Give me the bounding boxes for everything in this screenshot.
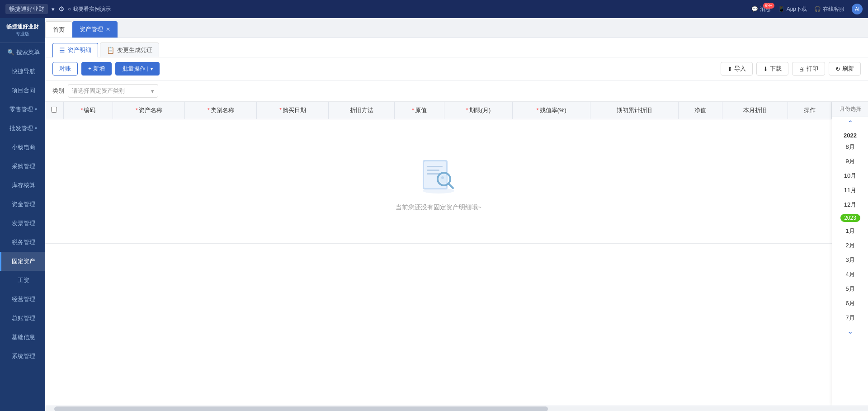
sidebar-item-ecommerce[interactable]: 小畅电商 xyxy=(0,138,45,157)
app-icon: 📱 xyxy=(778,6,785,12)
tab-close-icon[interactable]: ✕ xyxy=(106,27,110,32)
filter-category-select[interactable]: 请选择固定资产类别 ▾ xyxy=(68,84,158,98)
sidebar-item-label: 系统管理 xyxy=(12,352,35,360)
top-bar: 畅捷通好业财 ▾ ⚙ ○ 我要看实例演示 💬 消息 99+ 📱 App下载 🎧 … xyxy=(0,0,868,18)
year-2023-badge[interactable]: 2023 xyxy=(840,214,860,222)
reconcile-label: 对账 xyxy=(59,65,71,73)
th-residual-rate: *残值率(%) xyxy=(512,102,590,119)
th-code: *编码 xyxy=(63,102,113,119)
sub-tab-detail-label: 资产明细 xyxy=(68,46,91,54)
print-label: 打印 xyxy=(807,65,818,73)
reconcile-button[interactable]: 对账 xyxy=(52,62,78,76)
search-icon: 🔍 xyxy=(7,49,14,56)
import-button[interactable]: ⬆ 导入 xyxy=(721,62,753,76)
sidebar-item-label: 批发管理 xyxy=(9,124,33,132)
page-content: ☰ 资产明细 📋 变更生成凭证 对账 + 新增 批量操作 ▾ xyxy=(45,38,868,411)
sidebar-item-salary[interactable]: 工资 xyxy=(0,271,45,290)
message-button[interactable]: 💬 消息 99+ xyxy=(751,5,771,13)
svg-rect-4 xyxy=(427,170,439,171)
demo-icon: ○ xyxy=(68,6,71,12)
user-avatar[interactable]: Ai xyxy=(852,4,863,14)
company-name-text: 畅捷通好业财 xyxy=(9,5,44,12)
sidebar-item-asset[interactable]: 固定资产 xyxy=(0,252,45,271)
sidebar-item-tax[interactable]: 税务管理 xyxy=(0,233,45,252)
month-panel-header: 月份选择 xyxy=(832,102,868,117)
refresh-button[interactable]: ↻ 刷新 xyxy=(829,62,861,76)
download-button[interactable]: ⬇ 下载 xyxy=(756,62,788,76)
sidebar-item-label: 采购管理 xyxy=(12,162,35,170)
empty-illustration xyxy=(411,151,466,196)
month-item-10[interactable]: 10月 xyxy=(832,169,868,183)
month-item-5[interactable]: 5月 xyxy=(832,282,868,296)
batch-button[interactable]: 批量操作 ▾ xyxy=(115,62,160,76)
sidebar-item-label: 小畅电商 xyxy=(12,143,35,151)
sub-tab-detail[interactable]: ☰ 资产明细 xyxy=(52,43,98,57)
th-net-value: 净值 xyxy=(679,102,722,119)
month-item-12[interactable]: 12月 xyxy=(832,198,868,212)
sub-tab-voucher[interactable]: 📋 变更生成凭证 xyxy=(100,43,159,57)
sidebar-item-wholesale[interactable]: 批发管理 ▾ xyxy=(0,119,45,138)
sidebar-item-fund[interactable]: 资金管理 xyxy=(0,195,45,214)
year-2022-label: 2022 xyxy=(832,129,868,140)
sidebar-item-project[interactable]: 项目合同 xyxy=(0,81,45,100)
scrollbar-thumb xyxy=(54,406,548,411)
demo-link[interactable]: ○ 我要看实例演示 xyxy=(68,5,111,13)
online-service-label: 在线客服 xyxy=(823,5,844,13)
add-button[interactable]: + 新增 xyxy=(81,62,112,76)
empty-state: 当前您还没有固定资产明细哦~ xyxy=(51,124,826,239)
th-purchase-date: *购买日期 xyxy=(257,102,329,119)
settings-icon[interactable]: ⚙ xyxy=(58,5,64,13)
online-service-button[interactable]: 🎧 在线客服 xyxy=(814,5,844,13)
sidebar-item-quicknav[interactable]: 快捷导航 xyxy=(0,62,45,81)
month-nav-down[interactable]: ⌄ xyxy=(832,325,868,337)
tab-asset[interactable]: 资产管理 ✕ xyxy=(72,21,118,38)
chevron-down-icon: ▾ xyxy=(147,66,153,71)
company-dropdown-arrow[interactable]: ▾ xyxy=(52,6,55,13)
top-bar-left: 畅捷通好业财 ▾ ⚙ ○ 我要看实例演示 xyxy=(5,4,111,14)
month-item-4[interactable]: 4月 xyxy=(832,267,868,282)
sidebar-item-label: 基础信息 xyxy=(12,333,35,341)
filter-dropdown-arrow: ▾ xyxy=(151,88,154,94)
service-icon: 🎧 xyxy=(814,6,821,12)
sidebar-item-purchase[interactable]: 采购管理 xyxy=(0,157,45,176)
tab-bar: 首页 资产管理 ✕ xyxy=(45,18,868,38)
app-download-button[interactable]: 📱 App下载 xyxy=(778,5,807,13)
table-header-row: *编码 *资产名称 *类别名称 *购买日期 折旧方法 *原值 *期限(月) *残… xyxy=(45,102,832,119)
sidebar-item-inventory[interactable]: 库存核算 xyxy=(0,176,45,195)
main-wrapper: 畅捷通好业财 专业版 🔍 搜索菜单 快捷导航 项目合同 零售管理 ▾ 批发管理 … xyxy=(0,18,868,411)
bottom-scrollbar[interactable] xyxy=(45,406,868,411)
month-item-9[interactable]: 9月 xyxy=(832,154,868,169)
sidebar-item-label: 搜索菜单 xyxy=(16,48,40,57)
sidebar-item-ledger[interactable]: 总账管理 xyxy=(0,309,45,328)
sidebar-item-search[interactable]: 🔍 搜索菜单 xyxy=(0,43,45,62)
month-item-1[interactable]: 1月 xyxy=(832,224,868,238)
sidebar-item-retail[interactable]: 零售管理 ▾ xyxy=(0,100,45,119)
month-item-8[interactable]: 8月 xyxy=(832,140,868,154)
tab-asset-label: 资产管理 xyxy=(80,25,103,33)
sidebar-item-invoice[interactable]: 发票管理 xyxy=(0,214,45,233)
month-item-11[interactable]: 11月 xyxy=(832,183,868,198)
sub-tab-bar: ☰ 资产明细 📋 变更生成凭证 xyxy=(45,38,868,57)
print-button[interactable]: 🖨 打印 xyxy=(792,62,825,76)
company-name[interactable]: 畅捷通好业财 xyxy=(5,4,48,14)
month-item-7[interactable]: 7月 xyxy=(832,311,868,325)
download-icon: ⬇ xyxy=(763,66,768,72)
content-area: 首页 资产管理 ✕ ☰ 资产明细 📋 变更生成凭证 xyxy=(45,18,868,411)
message-icon: 💬 xyxy=(751,6,758,12)
tab-home[interactable]: 首页 xyxy=(45,21,72,38)
th-period: *期限(月) xyxy=(444,102,512,119)
sidebar-item-label: 固定资产 xyxy=(12,257,35,265)
svg-rect-3 xyxy=(427,166,443,167)
sidebar-item-basic[interactable]: 基础信息 xyxy=(0,328,45,347)
month-item-3[interactable]: 3月 xyxy=(832,253,868,267)
sidebar: 畅捷通好业财 专业版 🔍 搜索菜单 快捷导航 项目合同 零售管理 ▾ 批发管理 … xyxy=(0,18,45,411)
month-nav-up[interactable]: ⌃ xyxy=(832,117,868,129)
sidebar-item-operation[interactable]: 经营管理 xyxy=(0,290,45,309)
sidebar-item-system[interactable]: 系统管理 xyxy=(0,347,45,366)
th-original-value: *原值 xyxy=(395,102,444,119)
select-all-checkbox[interactable] xyxy=(51,107,57,113)
filter-row: 类别 请选择固定资产类别 ▾ xyxy=(45,80,868,102)
th-month-dep: 本月折旧 xyxy=(722,102,788,119)
month-item-2[interactable]: 2月 xyxy=(832,238,868,253)
month-item-6[interactable]: 6月 xyxy=(832,296,868,311)
